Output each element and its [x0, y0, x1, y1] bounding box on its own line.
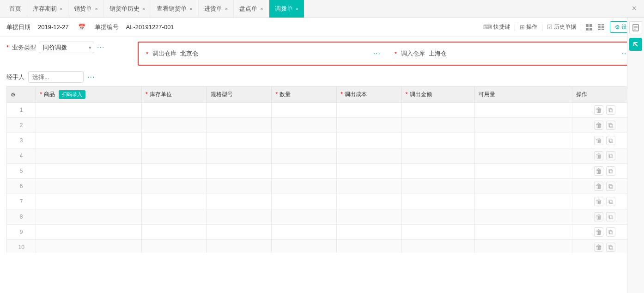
delete-icon-4[interactable]: 🗑	[594, 151, 603, 160]
tab-sales-history[interactable]: 销货单历史 ×	[104, 0, 151, 18]
unit-cell-2[interactable]	[141, 118, 207, 133]
unit-cell-8[interactable]	[141, 209, 207, 225]
cost-cell-7[interactable]	[337, 194, 402, 209]
delete-icon-6[interactable]: 🗑	[594, 182, 603, 191]
delete-icon-3[interactable]: 🗑	[594, 136, 603, 145]
product-cell-1[interactable]	[36, 103, 142, 118]
copy-icon-7[interactable]: ⧉	[606, 197, 615, 206]
unit-cell-5[interactable]	[141, 164, 207, 179]
amount-cell-1[interactable]	[401, 103, 474, 118]
copy-icon-3[interactable]: ⧉	[606, 136, 615, 145]
cost-cell-10[interactable]	[337, 240, 402, 253]
sidebar-doc-icon[interactable]	[629, 21, 642, 34]
spec-cell-1[interactable]	[207, 103, 272, 118]
col-settings[interactable]: ⚙	[7, 87, 36, 103]
scan-button[interactable]: 扫码录入	[59, 90, 85, 99]
unit-cell-9[interactable]	[141, 225, 207, 240]
spec-cell-10[interactable]	[207, 240, 272, 253]
amount-cell-6[interactable]	[401, 179, 474, 194]
amount-cell-4[interactable]	[401, 148, 474, 164]
delete-icon-2[interactable]: 🗑	[594, 121, 603, 130]
tab-sales-order[interactable]: 销货单 ×	[68, 0, 103, 18]
table-scroll-area[interactable]: ⚙ * 商品 扫码录入 * 库存单位 规格型号 *	[6, 86, 638, 253]
unit-cell-6[interactable]	[141, 179, 207, 194]
unit-cell-3[interactable]	[141, 133, 207, 148]
tab-sales-order-close[interactable]: ×	[95, 6, 97, 12]
qty-cell-3[interactable]	[272, 133, 337, 148]
delete-icon-5[interactable]: 🗑	[594, 166, 603, 176]
tab-transfer-order-close[interactable]: ×	[296, 6, 298, 12]
copy-icon-4[interactable]: ⧉	[606, 151, 615, 160]
spec-cell-4[interactable]	[207, 148, 272, 164]
tab-purchase-order-close[interactable]: ×	[225, 6, 228, 12]
copy-icon-9[interactable]: ⧉	[606, 227, 615, 237]
delete-icon-10[interactable]: 🗑	[594, 243, 603, 252]
amount-cell-8[interactable]	[401, 209, 474, 225]
product-cell-8[interactable]	[36, 209, 142, 225]
tab-inventory-check-close[interactable]: ×	[260, 6, 263, 12]
qty-cell-9[interactable]	[272, 225, 337, 240]
cost-cell-1[interactable]	[337, 103, 402, 118]
cost-cell-3[interactable]	[337, 133, 402, 148]
spec-cell-7[interactable]	[207, 194, 272, 209]
delete-icon-8[interactable]: 🗑	[594, 212, 603, 221]
tab-inventory-check[interactable]: 盘点单 ×	[234, 0, 269, 18]
amount-cell-9[interactable]	[401, 225, 474, 240]
calendar-icon[interactable]: 📅	[78, 24, 85, 31]
product-cell-6[interactable]	[36, 179, 142, 194]
qty-cell-8[interactable]	[272, 209, 337, 225]
business-type-more[interactable]: ···	[97, 43, 104, 52]
qty-cell-10[interactable]	[272, 240, 337, 253]
unit-cell-7[interactable]	[141, 194, 207, 209]
product-cell-3[interactable]	[36, 133, 142, 148]
spec-cell-5[interactable]	[207, 164, 272, 179]
tab-transfer-order[interactable]: 调拨单 ×	[269, 0, 304, 18]
copy-icon-8[interactable]: ⧉	[606, 212, 615, 221]
handler-input[interactable]	[28, 71, 84, 83]
business-type-select[interactable]: 同价调拨	[39, 42, 94, 53]
qty-cell-7[interactable]	[272, 194, 337, 209]
unit-cell-1[interactable]	[141, 103, 207, 118]
spec-cell-8[interactable]	[207, 209, 272, 225]
amount-cell-10[interactable]	[401, 240, 474, 253]
spec-cell-2[interactable]	[207, 118, 272, 133]
product-cell-7[interactable]	[36, 194, 142, 209]
product-cell-5[interactable]	[36, 164, 142, 179]
qty-cell-1[interactable]	[272, 103, 337, 118]
tab-inventory-init-close[interactable]: ×	[60, 6, 62, 12]
product-cell-9[interactable]	[36, 225, 142, 240]
history-button[interactable]: ☑ 历史单据	[547, 23, 576, 31]
cost-cell-2[interactable]	[337, 118, 402, 133]
handler-more[interactable]: ···	[87, 73, 95, 81]
cost-cell-4[interactable]	[337, 148, 402, 164]
out-warehouse-more[interactable]: ···	[373, 49, 381, 58]
unit-cell-4[interactable]	[141, 148, 207, 164]
layout-icon2[interactable]	[598, 24, 605, 31]
tab-sales-history-close[interactable]: ×	[142, 6, 145, 12]
spec-cell-9[interactable]	[207, 225, 272, 240]
qty-cell-6[interactable]	[272, 179, 337, 194]
copy-icon-6[interactable]: ⧉	[606, 182, 615, 191]
tab-home[interactable]: 首页	[4, 0, 27, 18]
amount-cell-3[interactable]	[401, 133, 474, 148]
tab-inventory-init[interactable]: 库存期初 ×	[27, 0, 68, 18]
delete-icon-1[interactable]: 🗑	[594, 105, 603, 115]
qty-cell-2[interactable]	[272, 118, 337, 133]
shortcut-button[interactable]: ⌨ 快捷键	[483, 23, 510, 31]
spec-cell-6[interactable]	[207, 179, 272, 194]
sidebar-export-icon[interactable]	[629, 38, 642, 51]
copy-icon-5[interactable]: ⧉	[606, 166, 615, 176]
amount-cell-2[interactable]	[401, 118, 474, 133]
delete-icon-7[interactable]: 🗑	[594, 197, 603, 206]
operation-button[interactable]: ⊞ 操作	[520, 23, 537, 31]
out-warehouse-value[interactable]: 北京仓	[180, 49, 198, 58]
tab-purchase-order[interactable]: 进货单 ×	[199, 0, 234, 18]
qty-cell-5[interactable]	[272, 164, 337, 179]
copy-icon-2[interactable]: ⧉	[606, 121, 615, 130]
tab-view-sales-close[interactable]: ×	[189, 6, 192, 12]
window-close-button[interactable]: ×	[628, 4, 640, 13]
product-cell-10[interactable]	[36, 240, 142, 253]
amount-cell-7[interactable]	[401, 194, 474, 209]
delete-icon-9[interactable]: 🗑	[594, 227, 603, 237]
cost-cell-5[interactable]	[337, 164, 402, 179]
